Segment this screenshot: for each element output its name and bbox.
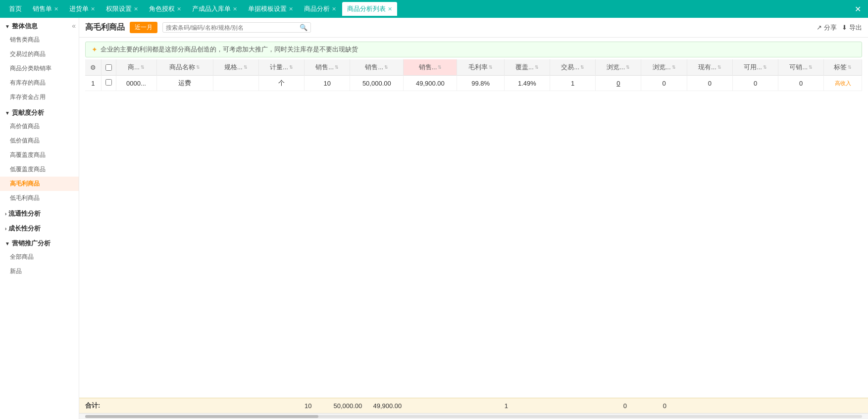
close-icon[interactable]: ✕ <box>134 6 138 12</box>
sidebar-group-liquidity[interactable]: › 流通性分析 <box>0 205 79 220</box>
sort-icon: ⇅ <box>535 65 539 70</box>
col-browse1[interactable]: 浏览...⇅ <box>596 59 641 76</box>
page-title: 高毛利商品 <box>85 22 125 33</box>
footer-available: 0 <box>645 402 684 410</box>
main-layout: « ▼ 整体信息 销售类商品 交易过的商品 商品分类助销率 有库存的商品 库存资… <box>0 18 868 419</box>
cell-code: 0000... <box>116 76 156 91</box>
col-gross-margin[interactable]: 毛利率⇅ <box>457 59 504 76</box>
share-icon: ↗ <box>817 24 822 31</box>
nav-tab-role-auth[interactable]: 角色授权 ✕ <box>144 2 186 16</box>
sidebar-item-high-value[interactable]: 高价值商品 <box>0 119 79 134</box>
scroll-thumb[interactable] <box>85 415 318 418</box>
expand-icon: ▼ <box>5 241 10 246</box>
col-tag[interactable]: 标签⇅ <box>824 59 862 76</box>
select-all-checkbox[interactable] <box>105 64 112 71</box>
sort-icon: ⇅ <box>289 65 293 70</box>
col-current-stock[interactable]: 现有...⇅ <box>687 59 732 76</box>
cell-unit: 个 <box>258 76 304 91</box>
cell-browse1[interactable]: 0 <box>596 76 641 91</box>
sidebar-item-sales-goods[interactable]: 销售类商品 <box>0 33 79 47</box>
sort-icon: ⇅ <box>335 65 339 70</box>
col-code[interactable]: 商...⇅ <box>116 59 156 76</box>
sidebar-collapse-icon[interactable]: « <box>72 22 76 30</box>
close-icon[interactable]: ✕ <box>332 6 336 12</box>
close-icon[interactable]: ✕ <box>177 6 181 12</box>
col-sales-amount[interactable]: 销售...⇅ <box>350 59 404 76</box>
cell-spec <box>213 76 258 91</box>
filter-recent-month-button[interactable]: 近一月 <box>130 22 157 33</box>
expand-icon: › <box>5 211 6 217</box>
col-sellable[interactable]: 可销...⇅ <box>778 59 824 76</box>
sidebar-group-marketing[interactable]: ▼ 营销推广分析 <box>0 235 79 250</box>
col-sales-cost[interactable]: 销售...⇅ <box>404 59 457 76</box>
sidebar-item-category-rate[interactable]: 商品分类助销率 <box>0 61 79 76</box>
table-row: 1 0000... 运费 个 10 50,000.00 49,900.00 99… <box>85 76 862 91</box>
sidebar-item-stocked-goods[interactable]: 有库存的商品 <box>0 76 79 90</box>
nav-tab-product-analysis[interactable]: 商品分析 ✕ <box>299 2 341 16</box>
row-checkbox[interactable] <box>105 79 112 86</box>
close-icon[interactable]: ✕ <box>388 6 392 12</box>
search-icon[interactable]: 🔍 <box>300 24 307 31</box>
col-browse2[interactable]: 浏览...⇅ <box>641 59 687 76</box>
content-area: 高毛利商品 近一月 🔍 ↗ 分享 ⬇ 导出 ✦ 企业的主要的利润都是这部分商品创… <box>79 18 868 419</box>
footer-sales-qty: 10 <box>288 402 328 410</box>
cell-transaction: 1 <box>550 76 596 91</box>
cell-name: 运费 <box>156 76 213 91</box>
share-button[interactable]: ↗ 分享 <box>817 23 837 32</box>
close-icon[interactable]: ✕ <box>54 6 58 12</box>
footer-current-stock: 0 <box>605 402 645 410</box>
sidebar-group-contribution[interactable]: ▼ 贡献度分析 <box>0 104 79 119</box>
sidebar-item-all-goods[interactable]: 全部商品 <box>0 250 79 264</box>
info-icon: ✦ <box>92 46 98 53</box>
cell-checkbox[interactable] <box>101 76 116 91</box>
sidebar-item-low-coverage[interactable]: 低覆盖度商品 <box>0 162 79 177</box>
cell-gross-margin: 99.8% <box>457 76 504 91</box>
col-available[interactable]: 可用...⇅ <box>732 59 778 76</box>
sidebar-item-stock-capital[interactable]: 库存资金占用 <box>0 90 79 104</box>
sort-icon: ⇅ <box>848 65 852 70</box>
nav-tab-permissions[interactable]: 权限设置 ✕ <box>101 2 143 16</box>
sidebar-item-low-value[interactable]: 低价值商品 <box>0 134 79 148</box>
sidebar-item-high-margin[interactable]: 高毛利商品 <box>0 177 79 191</box>
footer-label: 合计: <box>85 401 110 410</box>
cell-seq: 1 <box>85 76 101 91</box>
col-sales-qty[interactable]: 销售...⇅ <box>305 59 350 76</box>
close-icon[interactable]: ✕ <box>233 6 237 12</box>
table-footer: 合计: 10 50,000.00 49,900.00 1 0 0 <box>79 398 868 413</box>
close-all-tabs-icon[interactable]: ✕ <box>852 4 864 14</box>
col-unit[interactable]: 计量...⇅ <box>258 59 304 76</box>
sort-icon: ⇅ <box>141 65 145 70</box>
sidebar-item-traded-goods[interactable]: 交易过的商品 <box>0 47 79 61</box>
col-name[interactable]: 商品名称⇅ <box>156 59 213 76</box>
sidebar-group-growth[interactable]: › 成长性分析 <box>0 220 79 235</box>
cell-tag: 高收入 <box>824 76 862 91</box>
sidebar-item-low-margin[interactable]: 低毛利商品 <box>0 191 79 205</box>
nav-tab-purchase-order[interactable]: 进货单 ✕ <box>64 2 100 16</box>
export-button[interactable]: ⬇ 导出 <box>842 23 862 32</box>
cell-sales-qty: 10 <box>305 76 350 91</box>
nav-tab-product-analysis-list[interactable]: 商品分析列表 ✕ <box>342 2 397 16</box>
sidebar-item-high-coverage[interactable]: 高覆盖度商品 <box>0 148 79 162</box>
header-actions: ↗ 分享 ⬇ 导出 <box>817 23 862 32</box>
cell-browse2: 0 <box>641 76 687 91</box>
col-coverage[interactable]: 覆盖...⇅ <box>504 59 550 76</box>
col-settings[interactable]: ⚙ <box>85 59 101 76</box>
col-checkbox[interactable] <box>101 59 116 76</box>
nav-tab-product-warehouse[interactable]: 产成品入库单 ✕ <box>187 2 242 16</box>
col-transaction[interactable]: 交易...⇅ <box>550 59 596 76</box>
search-input[interactable] <box>166 24 298 31</box>
scroll-track[interactable] <box>85 415 862 418</box>
col-spec[interactable]: 规格...⇅ <box>213 59 258 76</box>
cell-available: 0 <box>732 76 778 91</box>
horizontal-scrollbar[interactable] <box>79 413 868 419</box>
nav-tab-sales-order[interactable]: 销售单 ✕ <box>28 2 63 16</box>
close-icon[interactable]: ✕ <box>91 6 95 12</box>
data-table: ⚙ 商...⇅ 商品名称⇅ 规格...⇅ <box>85 59 862 91</box>
sort-icon: ⇅ <box>672 65 676 70</box>
nav-home[interactable]: 首页 <box>4 4 27 13</box>
sidebar-group-overall[interactable]: ▼ 整体信息 <box>0 18 79 33</box>
sidebar-item-new-goods[interactable]: 新品 <box>0 264 79 279</box>
nav-tab-template-settings[interactable]: 单据模板设置 ✕ <box>243 2 298 16</box>
table-wrapper[interactable]: ⚙ 商...⇅ 商品名称⇅ 规格...⇅ <box>85 59 862 398</box>
close-icon[interactable]: ✕ <box>289 6 293 12</box>
